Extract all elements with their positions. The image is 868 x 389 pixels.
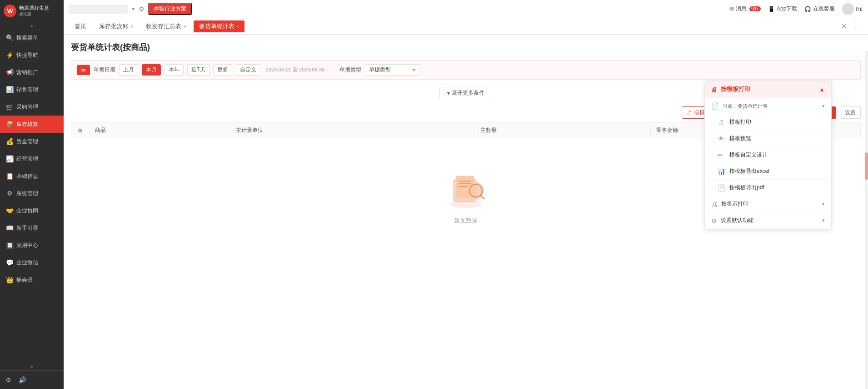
scroll-down-btn[interactable]: ▼ [0,364,64,370]
type-filter-label: 单据类型 [339,66,361,74]
sidebar-item-basic[interactable]: 📋 基础信息 [0,167,64,185]
username: Rit [856,6,863,12]
chevron-right-icon: ▾ [822,103,825,109]
current-template-item[interactable]: 📄 当前：要货单统计表 ▾ [705,98,831,114]
sidebar-item-label: 应用中心 [16,242,38,249]
printer-icon: 🖨 [687,110,692,116]
filter-expand-button[interactable]: ≫ [77,65,90,75]
tab-inventory-batch[interactable]: 库存批次账 × [94,20,139,32]
sidebar-item-guide[interactable]: 📖 新手引导 [0,219,64,237]
sidebar: W 畅康通好生意 标准版 ▲ 🔍 搜索菜单 ⚡ 快捷导航 📢 营销推广 📊 销售… [0,0,64,389]
logo-badge: 标准版 [19,11,49,17]
tab-close-icon[interactable]: × [130,24,133,29]
item-label: 按模板导出excel [729,167,825,175]
preview-icon: 👁 [718,135,725,142]
sidebar-item-finance[interactable]: 💰 资金管理 [0,133,64,150]
tab-order-stats[interactable]: 要货单统计表 × [194,20,244,32]
online-service-btn[interactable]: 🎧 在线客服 [804,5,835,13]
sidebar-item-sales[interactable]: 📊 销售管理 [0,81,64,98]
sidebar-item-marketing[interactable]: 📢 营销推广 [0,64,64,81]
current-template-left: 📄 当前：要货单统计表 [711,102,768,110]
sidebar-item-purchase[interactable]: 🛒 采购管理 [0,98,64,116]
sidebar-item-apps[interactable]: 🔲 应用中心 [0,237,64,254]
excel-icon: 📊 [718,168,725,175]
guide-icon: 📖 [5,224,14,232]
table-col-product: 商品 [90,123,230,138]
sidebar-item-operation[interactable]: 📈 经营管理 [0,150,64,167]
tab-close-icon[interactable]: × [183,24,186,29]
sidebar-item-label: 采购管理 [16,103,38,111]
date-btn-this-month[interactable]: 本月 [142,64,161,76]
speaker-icon[interactable]: 🔊 [17,374,28,385]
sidebar-item-system[interactable]: ⚙ 系统管理 [0,185,64,202]
dropdown-item-template-preview[interactable]: 👁 模板预览 [705,131,831,147]
dropdown-item-template-pdf[interactable]: 📄 按模板导出pdf [705,180,831,196]
scrollbar-track[interactable] [865,51,868,389]
sidebar-item-collab[interactable]: 🤝 企业协同 [0,202,64,219]
gear-icon[interactable]: ⚙ [139,5,145,13]
operation-icon: 📈 [5,155,14,163]
expand-more-label: 展开更多条件 [452,89,484,97]
online-service-label: 在线客服 [813,5,835,13]
window-expand-btn[interactable]: ⛶ [852,21,863,31]
type-select-label: 单据类型 [369,66,411,74]
scroll-up-btn[interactable]: ▲ [0,22,64,29]
sidebar-item-label: 系统管理 [16,190,38,197]
dropdown-item-template-excel[interactable]: 📊 按模板导出excel [705,163,831,180]
sidebar-item-label: 搜索菜单 [16,34,38,42]
date-btn-custom[interactable]: 自定义 [236,64,260,76]
messages-btn[interactable]: ✉ 消息 99+ [729,5,761,13]
sales-icon: 📊 [5,86,14,94]
date-btn-last-month[interactable]: 上月 [119,64,138,76]
sidebar-item-label: 经营管理 [16,155,38,163]
phone-icon: 📱 [768,6,775,12]
display-print-left: 🖨 按显示打印 [711,200,748,208]
sidebar-item-inventory[interactable]: 📦 库存核算 [0,116,64,133]
chevron-down-icon[interactable]: ▾ [132,5,135,12]
date-btn-7days[interactable]: 近7天 [187,64,210,76]
dropdown-item-template-custom[interactable]: ✏ 模板自定义设计 [705,147,831,163]
item-label: 模板预览 [729,135,825,142]
dropdown-controls: ▲ [819,86,825,93]
settings-button[interactable]: 设置 [840,106,861,119]
scrollbar-thumb[interactable] [865,152,868,180]
set-default-item[interactable]: ⚙ 设置默认功能 ▾ [705,212,831,229]
promo-button[interactable]: 体验行业方案 [148,3,192,15]
page-content: 要货单统计表(按商品) ≫ 单据日期 上月 本月 本年 近7天 更多 自定义 2… [64,35,868,389]
settings-bottom-icon[interactable]: ⚙ [4,374,13,385]
table-col-checkbox[interactable]: ⚙ [71,123,90,138]
sidebar-item-quick-nav[interactable]: ⚡ 快捷导航 [0,46,64,64]
window-close-btn[interactable]: ✕ [839,21,849,31]
search-input[interactable] [69,5,128,14]
dropdown-item-template-print[interactable]: 🖨 模板打印 [705,114,831,131]
sidebar-item-search[interactable]: 🔍 搜索菜单 [0,29,64,46]
date-btn-this-year[interactable]: 本年 [165,64,184,76]
tab-collect-summary[interactable]: 收发存汇总表 × [140,20,191,32]
app-download-btn[interactable]: 📱 App下载 [768,5,797,13]
apps-icon: 🔲 [5,241,14,249]
sidebar-item-label: 畅会员 [16,276,33,284]
sidebar-item-label: 快捷导航 [16,51,38,59]
tab-label: 库存批次账 [99,22,129,30]
sidebar-item-label: 企业协同 [16,207,38,215]
date-range-display: 2023-06-01 至 2023-06-30 [266,66,325,73]
date-filter-label: 单据日期 [94,66,115,74]
expand-more-button[interactable]: ▾ 展开更多条件 [439,87,492,99]
user-avatar-area[interactable]: Rit [842,3,863,15]
display-print-item[interactable]: 🖨 按显示打印 ▾ [705,196,831,212]
dropdown-header[interactable]: 🖨 按模板打印 ▲ [705,81,831,98]
print-icon: 🖨 [718,119,725,126]
basic-icon: 📋 [5,172,14,180]
sidebar-nav: 🔍 搜索菜单 ⚡ 快捷导航 📢 营销推广 📊 销售管理 🛒 采购管理 📦 [0,29,64,364]
weixin-icon: 💬 [5,258,14,267]
display-print-icon: 🖨 [711,201,718,208]
current-template-label: 当前：要货单统计表 [723,103,768,110]
tab-close-icon[interactable]: × [236,24,239,29]
date-btn-more[interactable]: 更多 [213,64,232,76]
dropdown-title: 按模板打印 [721,85,750,93]
sidebar-item-member[interactable]: 👑 畅会员 [0,271,64,288]
tab-home[interactable]: 首页 [69,20,92,32]
sidebar-item-weixin[interactable]: 💬 企业微信 [0,254,64,271]
sidebar-item-label: 新手引导 [16,224,38,232]
type-filter-select[interactable]: 单据类型 ▾ [365,64,419,76]
